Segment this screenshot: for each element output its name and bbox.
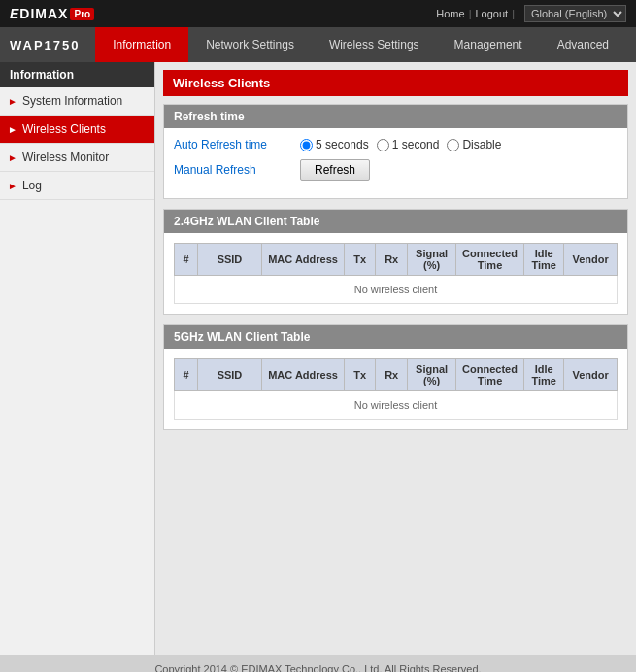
wlan-table-24ghz: # SSID MAC Address Tx Rx Signal(%) Conne… <box>174 243 618 304</box>
sidebar-item-label: Wireless Monitor <box>22 151 109 164</box>
auto-refresh-label: Auto Refresh time <box>174 138 300 151</box>
col-rx-5ghz: Rx <box>376 359 408 391</box>
device-model: WAP1750 <box>10 38 95 52</box>
radio-5s-label: 5 seconds <box>300 138 369 151</box>
col-vendor-5ghz: Vendor <box>564 359 618 391</box>
auto-refresh-row: Auto Refresh time 5 seconds 1 second <box>174 138 618 151</box>
footer: Copyright 2014 © EDIMAX Technology Co., … <box>0 655 636 672</box>
home-link[interactable]: Home <box>436 8 464 19</box>
col-ssid: SSID <box>197 244 261 276</box>
no-client-row-5ghz: No wireless client <box>175 391 618 420</box>
sidebar-header: Information <box>0 62 154 87</box>
sidebar-item-label: Log <box>22 179 42 192</box>
refresh-section: Refresh time Auto Refresh time 5 seconds… <box>163 104 628 199</box>
radio-disable-text: Disable <box>462 138 501 151</box>
main-nav: Information Network Settings Wireless Se… <box>95 27 626 62</box>
col-hash-5ghz: # <box>175 359 198 391</box>
col-idle-5ghz: IdleTime <box>523 359 563 391</box>
wlan-table-5ghz: # SSID MAC Address Tx Rx Signal(%) Conne… <box>174 358 618 420</box>
manual-refresh-label: Manual Refresh <box>174 163 300 177</box>
sidebar: Information ► System Information ► Wirel… <box>0 62 155 655</box>
no-client-message-5ghz: No wireless client <box>175 391 618 420</box>
top-bar: EDIMAX Pro Home | Logout | Global (Engli… <box>0 0 636 27</box>
col-mac-5ghz: MAC Address <box>262 359 345 391</box>
col-signal: Signal(%) <box>408 244 456 276</box>
arrow-icon: ► <box>8 124 17 135</box>
manual-refresh-row: Manual Refresh Refresh <box>174 159 618 181</box>
radio-5s[interactable] <box>300 139 313 151</box>
tab-information[interactable]: Information <box>95 27 188 62</box>
col-signal-5ghz: Signal(%) <box>408 359 456 391</box>
radio-disable[interactable] <box>447 139 459 151</box>
table-header-row-5ghz: # SSID MAC Address Tx Rx Signal(%) Conne… <box>175 359 618 391</box>
col-vendor: Vendor <box>564 244 618 276</box>
language-select[interactable]: Global (English) <box>524 5 626 22</box>
radio-1s-label: 1 second <box>377 138 440 151</box>
col-rx: Rx <box>376 244 408 276</box>
sidebar-item-wireless-monitor[interactable]: ► Wireless Monitor <box>0 144 154 172</box>
col-idle: IdleTime <box>523 244 563 276</box>
sep1: | <box>469 8 472 19</box>
table-24ghz-section: 2.4GHz WLAN Client Table # SSID MAC Addr… <box>163 209 628 315</box>
sep2: | <box>512 8 515 19</box>
radio-disable-label: Disable <box>447 138 501 151</box>
radio-1s-text: 1 second <box>392 138 440 151</box>
arrow-icon: ► <box>8 152 17 163</box>
table-5ghz-section: 5GHz WLAN Client Table # SSID MAC Addres… <box>163 324 628 430</box>
radio-1s[interactable] <box>377 139 389 151</box>
refresh-section-header: Refresh time <box>164 105 627 128</box>
table-header-row: # SSID MAC Address Tx Rx Signal(%) Conne… <box>175 244 618 276</box>
col-hash: # <box>175 244 198 276</box>
col-tx-5ghz: Tx <box>345 359 376 391</box>
refresh-button[interactable]: Refresh <box>300 159 370 181</box>
sidebar-item-label: Wireless Clients <box>22 122 106 136</box>
content-area: Wireless Clients Refresh time Auto Refre… <box>155 62 636 655</box>
radio-5s-text: 5 seconds <box>316 138 369 151</box>
arrow-icon: ► <box>8 96 17 107</box>
tab-management[interactable]: Management <box>437 27 540 62</box>
refresh-radio-group: 5 seconds 1 second Disable <box>300 138 501 151</box>
logout-link[interactable]: Logout <box>475 8 508 19</box>
no-client-row-24ghz: No wireless client <box>175 276 618 304</box>
logo-pro: Pro <box>70 8 94 20</box>
tab-network-settings[interactable]: Network Settings <box>188 27 312 62</box>
col-connected: ConnectedTime <box>456 244 524 276</box>
arrow-icon: ► <box>8 181 17 191</box>
table-5ghz-body: # SSID MAC Address Tx Rx Signal(%) Conne… <box>164 349 627 429</box>
col-mac: MAC Address <box>262 244 345 276</box>
table-24ghz-header: 2.4GHz WLAN Client Table <box>164 210 627 233</box>
no-client-message: No wireless client <box>175 276 618 304</box>
tab-advanced[interactable]: Advanced <box>540 27 626 62</box>
logo-edimax: EDIMAX <box>10 6 68 21</box>
page-title: Wireless Clients <box>163 70 628 96</box>
sidebar-item-system-information[interactable]: ► System Information <box>0 87 154 116</box>
sidebar-item-label: System Information <box>22 94 122 108</box>
main-layout: Information ► System Information ► Wirel… <box>0 62 636 655</box>
col-ssid-5ghz: SSID <box>197 359 261 391</box>
device-bar: WAP1750 Information Network Settings Wir… <box>0 27 636 62</box>
footer-text: Copyright 2014 © EDIMAX Technology Co., … <box>154 663 481 672</box>
col-tx: Tx <box>345 244 376 276</box>
sidebar-item-log[interactable]: ► Log <box>0 172 154 200</box>
refresh-section-body: Auto Refresh time 5 seconds 1 second <box>164 128 627 198</box>
col-connected-5ghz: ConnectedTime <box>456 359 524 391</box>
top-right-nav: Home | Logout | Global (English) <box>436 5 626 22</box>
table-24ghz-body: # SSID MAC Address Tx Rx Signal(%) Conne… <box>164 233 627 314</box>
table-5ghz-header: 5GHz WLAN Client Table <box>164 325 627 349</box>
tab-wireless-settings[interactable]: Wireless Settings <box>312 27 437 62</box>
sidebar-item-wireless-clients[interactable]: ► Wireless Clients <box>0 116 154 144</box>
logo-area: EDIMAX Pro <box>10 6 94 21</box>
